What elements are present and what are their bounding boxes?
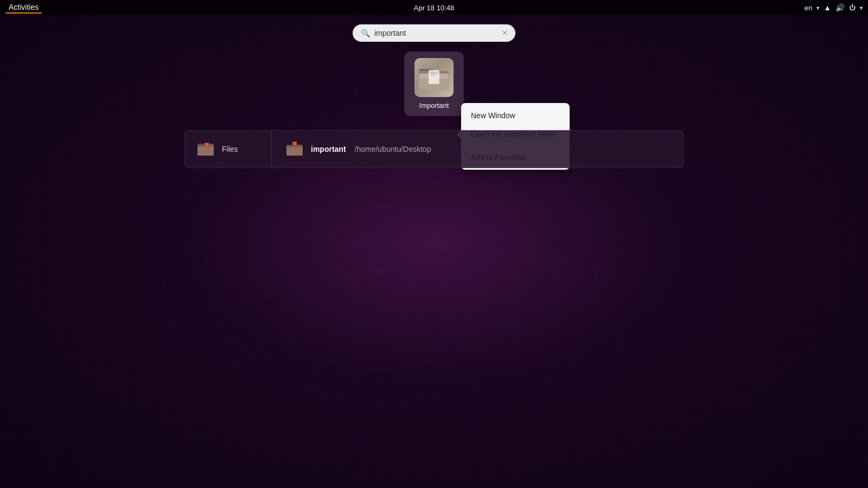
topbar: Activities Apr 18 10:48 en ▾ ▲ 🔊 ⏻ ▾ — [0, 0, 868, 15]
svg-line-1 — [271, 81, 380, 271]
svg-line-8 — [380, 271, 532, 336]
svg-rect-32 — [286, 147, 303, 156]
search-icon: 🔍 — [361, 29, 370, 37]
files-app-icon — [196, 139, 215, 159]
volume-icon: 🔊 — [835, 3, 845, 12]
search-box: 🔍 important × — [353, 24, 515, 42]
result-item-path: /home/ubuntu/Desktop — [355, 145, 431, 153]
svg-rect-28 — [197, 146, 214, 156]
svg-rect-25 — [430, 73, 438, 74]
app-icon-label: Important — [419, 101, 449, 110]
folder-svg — [418, 63, 450, 92]
keyboard-layout-label[interactable]: en — [805, 4, 812, 12]
wifi-icon: ▲ — [824, 3, 831, 12]
topbar-datetime: Apr 18 10:48 — [414, 4, 454, 12]
important-folder-icon — [414, 58, 454, 97]
power-dropdown-icon[interactable]: ▾ — [860, 5, 863, 11]
svg-line-11 — [298, 271, 380, 407]
keyboard-dropdown-icon[interactable]: ▾ — [816, 5, 819, 11]
results-item-0[interactable]: important /home/ubuntu/Desktop — [272, 131, 444, 168]
svg-line-13 — [190, 271, 380, 314]
power-icon: ⏻ — [849, 4, 856, 11]
svg-line-14 — [179, 239, 380, 271]
result-item-folder-icon — [285, 139, 304, 159]
topbar-system-icons: en ▾ ▲ 🔊 ⏻ ▾ — [805, 3, 863, 12]
results-bar: Files important /home/ubuntu/Desktop — [184, 130, 684, 168]
app-result-area: Important New Window Open my Important f… — [404, 52, 464, 116]
search-input[interactable]: important — [374, 29, 502, 37]
svg-rect-26 — [430, 75, 436, 76]
search-clear-button[interactable]: × — [502, 28, 507, 38]
results-section-label: Files — [222, 145, 238, 153]
svg-line-15 — [195, 168, 380, 271]
results-files-section: Files — [185, 131, 272, 168]
svg-rect-30 — [205, 143, 208, 146]
svg-rect-24 — [429, 70, 439, 84]
app-icon-important[interactable]: Important — [404, 52, 464, 116]
result-item-name: important — [311, 145, 346, 153]
svg-line-6 — [380, 206, 570, 271]
activities-button[interactable]: Activities — [5, 2, 42, 14]
search-container: 🔍 important × — [353, 24, 515, 42]
context-menu-new-window[interactable]: New Window — [461, 106, 570, 125]
svg-rect-34 — [293, 142, 296, 145]
svg-line-12 — [228, 271, 380, 369]
